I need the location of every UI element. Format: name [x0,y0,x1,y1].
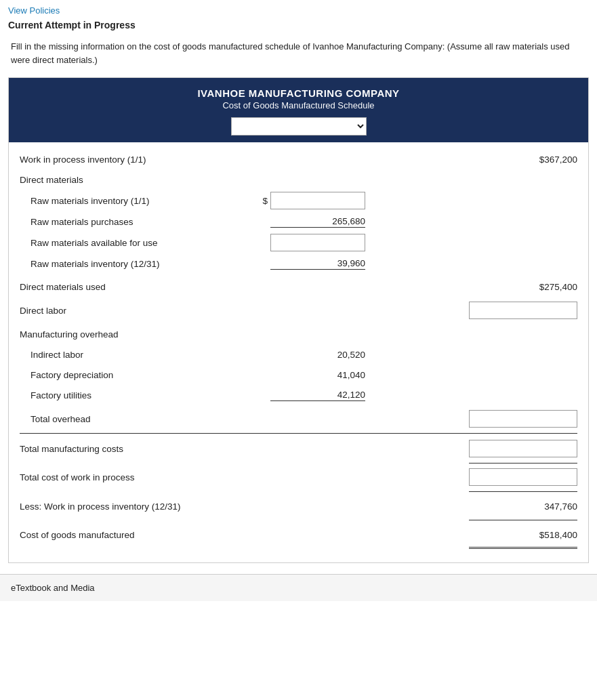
direct-materials-label: Direct materials [20,175,223,185]
raw-materials-available-label: Raw materials available for use [20,238,223,248]
direct-materials-used-label: Direct materials used [20,282,223,292]
company-name: IVANHOE MANUFACTURING COMPANY [16,87,581,99]
total-overhead-label: Total overhead [20,414,223,424]
indirect-labor-mid: 20,520 [223,350,372,360]
raw-materials-available-mid [223,234,372,251]
direct-labor-input[interactable] [469,302,577,319]
footer-text: eTextbook and Media [11,583,95,593]
wip-end-row: Less: Work in process inventory (12/31) … [20,496,577,516]
direct-labor-label: Direct labor [20,306,223,316]
raw-materials-inventory-end-label: Raw materials inventory (12/31) [20,259,223,269]
raw-materials-purchases-row: Raw materials purchases 265,680 [20,211,577,232]
factory-utilities-value: 42,120 [270,390,365,401]
direct-labor-row: Direct labor [20,300,577,321]
raw-materials-inventory-end-mid: 39,960 [223,258,372,270]
direct-materials-used-row: Direct materials used $275,400 [20,276,577,297]
direct-labor-right [372,302,577,319]
total-overhead-input[interactable] [469,410,577,428]
factory-depreciation-value: 41,040 [337,370,365,380]
dollar-sign: $ [262,196,268,206]
indirect-labor-row: Indirect labor 20,520 [20,344,577,365]
instructions-text: Fill in the missing information on the c… [0,36,597,77]
year-dropdown-container: For the Year Ended December 31, 2023 For… [16,117,581,136]
year-select[interactable]: For the Year Ended December 31, 2023 For… [231,117,367,136]
raw-materials-inventory-end-row: Raw materials inventory (12/31) 39,960 [20,253,577,274]
raw-materials-purchases-value: 265,680 [270,216,365,228]
total-overhead-row: Total overhead [20,408,577,430]
wip-start-row: Work in process inventory (1/1) $367,200 [20,149,577,169]
indirect-labor-label: Indirect labor [20,350,223,360]
schedule-header: IVANHOE MANUFACTURING COMPANY Cost of Go… [9,78,588,142]
factory-depreciation-label: Factory depreciation [20,370,223,380]
cogm-value: $518,400 [372,530,577,540]
cogm-row: Cost of goods manufactured $518,400 [20,524,577,545]
cogm-label: Cost of goods manufactured [20,530,223,540]
factory-depreciation-mid: 41,040 [223,370,372,380]
manufacturing-overhead-header-row: Manufacturing overhead [20,324,577,344]
schedule-container: IVANHOE MANUFACTURING COMPANY Cost of Go… [8,77,589,563]
current-attempt-label: Current Attempt in Progress [0,18,597,36]
total-mfg-costs-row: Total manufacturing costs [20,438,577,459]
factory-depreciation-row: Factory depreciation 41,040 [20,365,577,385]
wip-start-label: Work in process inventory (1/1) [20,155,223,165]
direct-materials-header-row: Direct materials [20,169,577,190]
schedule-title: Cost of Goods Manufactured Schedule [16,100,581,110]
factory-utilities-row: Factory utilities 42,120 [20,385,577,405]
raw-materials-inventory-input[interactable] [270,192,365,209]
total-mfg-costs-input[interactable] [469,440,577,457]
total-cost-wip-input[interactable] [469,468,577,486]
schedule-body: Work in process inventory (1/1) $367,200… [9,142,588,562]
total-cost-wip-row: Total cost of work in process [20,466,577,488]
wip-start-value: $367,200 [372,155,577,165]
factory-utilities-label: Factory utilities [20,390,223,400]
raw-materials-inventory-label: Raw materials inventory (1/1) [20,196,223,206]
footer-bar: eTextbook and Media [0,574,597,601]
manufacturing-overhead-label: Manufacturing overhead [20,329,223,339]
raw-materials-available-input[interactable] [270,234,365,251]
wip-end-label: Less: Work in process inventory (12/31) [20,501,223,512]
raw-materials-inventory-row: Raw materials inventory (1/1) $ [20,190,577,211]
raw-materials-available-row: Raw materials available for use [20,232,577,253]
factory-utilities-mid: 42,120 [223,390,372,401]
total-overhead-right [372,410,577,428]
raw-materials-purchases-label: Raw materials purchases [20,217,223,227]
total-mfg-costs-label: Total manufacturing costs [20,444,223,454]
direct-materials-used-value: $275,400 [372,282,577,292]
total-mfg-costs-right [372,440,577,457]
total-cost-wip-right [372,468,577,486]
view-policies-link[interactable]: View Policies [0,0,597,18]
wip-end-value: 347,760 [372,501,577,512]
raw-materials-inventory-end-value: 39,960 [270,258,365,270]
indirect-labor-value: 20,520 [337,350,365,360]
raw-materials-purchases-mid: 265,680 [223,216,372,228]
total-cost-wip-label: Total cost of work in process [20,472,223,482]
raw-materials-inventory-mid: $ [223,192,372,209]
